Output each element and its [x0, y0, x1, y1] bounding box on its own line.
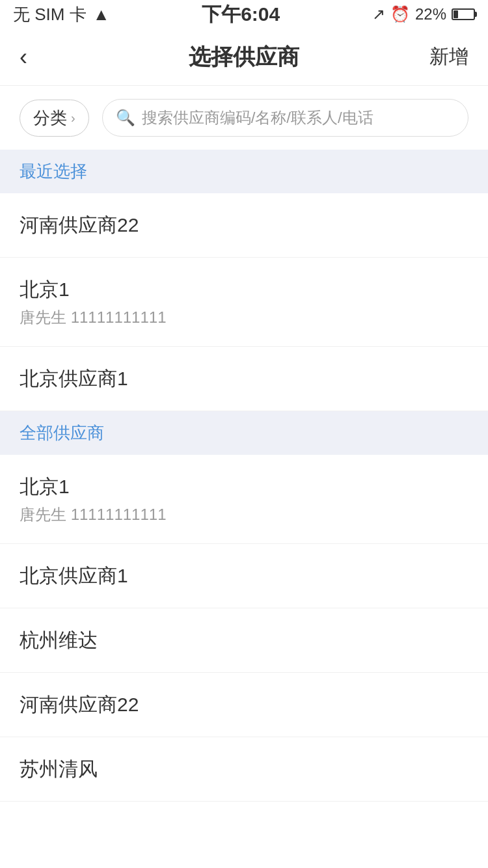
recent-list: 河南供应商22北京1唐先生 11111111111北京供应商1	[0, 193, 488, 411]
chevron-icon: ›	[71, 111, 75, 126]
category-button[interactable]: 分类 ›	[20, 100, 89, 137]
list-item[interactable]: 北京供应商1	[0, 347, 488, 411]
list-item[interactable]: 河南供应商22	[0, 673, 488, 737]
recent-section-header: 最近选择	[0, 150, 488, 193]
list-item[interactable]: 北京1唐先生 11111111111	[0, 258, 488, 347]
search-box[interactable]: 🔍 搜索供应商编码/名称/联系人/电话	[102, 99, 468, 137]
all-list: 北京1唐先生 11111111111北京供应商1杭州维达河南供应商22苏州清风	[0, 455, 488, 802]
recent-header-text: 最近选择	[20, 161, 87, 181]
nav-bar: ‹ 选择供应商 新增	[0, 29, 488, 86]
item-name: 北京供应商1	[20, 562, 468, 590]
status-time: 下午6:04	[202, 1, 280, 28]
item-name: 北京1	[20, 473, 468, 500]
item-name: 河南供应商22	[20, 211, 468, 239]
status-right: ↗ ⏰ 22%	[372, 5, 475, 23]
back-button[interactable]: ‹	[20, 44, 59, 71]
list-item[interactable]: 北京1唐先生 11111111111	[0, 455, 488, 544]
item-name: 杭州维达	[20, 627, 468, 654]
location-icon: ↗	[372, 5, 385, 23]
all-header-text: 全部供应商	[20, 423, 104, 442]
battery-percent: 22%	[415, 5, 446, 23]
category-label: 分类	[33, 107, 67, 129]
item-name: 苏州清风	[20, 755, 468, 783]
search-icon: 🔍	[116, 109, 135, 127]
list-item[interactable]: 河南供应商22	[0, 193, 488, 258]
list-item[interactable]: 北京供应商1	[0, 544, 488, 608]
search-placeholder: 搜索供应商编码/名称/联系人/电话	[142, 107, 373, 128]
item-sub: 唐先生 11111111111	[20, 504, 468, 525]
all-section-header: 全部供应商	[0, 411, 488, 455]
battery-icon	[452, 8, 475, 20]
list-item[interactable]: 杭州维达	[0, 608, 488, 673]
page-title: 选择供应商	[189, 42, 299, 72]
list-item[interactable]: 苏州清风	[0, 737, 488, 802]
alarm-icon: ⏰	[390, 5, 410, 23]
item-sub: 唐先生 11111111111	[20, 307, 468, 328]
no-sim-text: 无 SIM 卡	[13, 3, 87, 26]
item-name: 北京1	[20, 276, 468, 303]
status-bar: 无 SIM 卡 ▲ 下午6:04 ↗ ⏰ 22%	[0, 0, 488, 29]
wifi-icon: ▲	[93, 5, 110, 25]
filter-bar: 分类 › 🔍 搜索供应商编码/名称/联系人/电话	[0, 86, 488, 150]
status-left: 无 SIM 卡 ▲	[13, 3, 109, 26]
item-name: 河南供应商22	[20, 691, 468, 718]
item-name: 北京供应商1	[20, 365, 468, 392]
add-button[interactable]: 新增	[429, 44, 468, 70]
